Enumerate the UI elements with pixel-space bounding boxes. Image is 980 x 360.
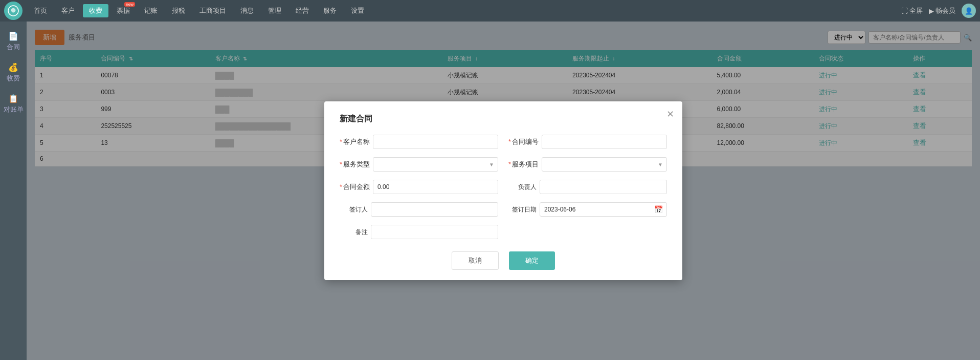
nav-accounting[interactable]: 记账 [138,4,164,17]
signer-input[interactable] [371,202,498,217]
service-item-select-wrapper: ▼ [542,157,667,172]
nav-service[interactable]: 服务 [317,4,343,17]
nav-customer[interactable]: 客户 [55,4,81,17]
form-row-2: *服务类型 ▼ *服务项目 ▼ [340,157,667,172]
nav-right-actions: ⛶ 全屏 ▶ 畅会员 👤 [901,4,976,18]
form-row-5: 备注 [340,225,667,239]
nav-billing[interactable]: 收费 [83,4,108,17]
content-area: 新增 服务项目 进行中 已结束 全部 🔍 序号 合同编号 ⇅ 客户名称 ⇅ 服务… [27,22,980,360]
fullscreen-button[interactable]: ⛶ 全屏 [901,6,923,15]
new-badge: new [124,2,135,7]
contract-icon: 📄 [8,31,18,41]
nav-invoice[interactable]: 票据 new [110,4,136,17]
form-group-service-type: *服务类型 ▼ [340,157,498,172]
sidebar: 📄 合同 💰 收费 📋 对账单 [0,22,27,360]
sidebar-item-reconciliation[interactable]: 📋 对账单 [1,89,26,118]
form-group-responsible: 负责人 [508,180,667,194]
service-type-select-wrapper: ▼ [373,157,498,172]
sidebar-item-contract[interactable]: 📄 合同 [1,27,26,56]
sign-date-input[interactable] [540,202,667,217]
main-layout: 📄 合同 💰 收费 📋 对账单 新增 服务项目 进行中 已结束 全部 🔍 [0,22,980,360]
nav-tax[interactable]: 报税 [166,4,191,17]
service-type-select[interactable] [373,157,498,172]
contract-no-label: *合同编号 [508,137,539,146]
reconciliation-icon: 📋 [8,93,18,103]
form-group-service-item: *服务项目 ▼ [508,157,667,172]
form-group-remark: 备注 [340,225,498,239]
sign-date-wrapper: 📅 [540,202,667,217]
form-row-3: *合同金额 负责人 [340,180,667,194]
customer-name-label: *客户名称 [340,137,370,146]
form-group-signer: 签订人 [340,202,498,217]
modal-title: 新建合同 [340,114,667,124]
signer-label: 签订人 [340,205,368,214]
top-navigation: 首页 客户 收费 票据 new 记账 报税 工商项目 消息 管理 经营 服务 设… [0,0,980,22]
modal-close-button[interactable]: ✕ [666,109,674,120]
amount-label: *合同金额 [340,182,370,192]
nav-message[interactable]: 消息 [234,4,260,17]
avatar[interactable]: 👤 [962,4,976,18]
remark-label: 备注 [340,228,368,237]
nav-home[interactable]: 首页 [28,4,53,17]
form-row-1: *客户名称 *合同编号 [340,135,667,149]
nav-business[interactable]: 工商项目 [193,4,232,17]
responsible-input[interactable] [540,180,667,194]
form-group-amount: *合同金额 [340,180,498,194]
service-item-label: *服务项目 [508,160,539,169]
service-type-label: *服务类型 [340,160,370,169]
nav-menu: 首页 客户 收费 票据 new 记账 报税 工商项目 消息 管理 经营 服务 设… [28,4,901,17]
sign-date-label: 签订日期 [508,205,537,214]
form-group-sign-date: 签订日期 📅 [508,202,667,217]
nav-manage[interactable]: 管理 [262,4,287,17]
sidebar-item-billing[interactable]: 💰 收费 [1,58,26,87]
play-icon: ▶ [929,7,934,15]
responsible-label: 负责人 [508,183,537,192]
form-row-4: 签订人 签订日期 📅 [340,202,667,217]
billing-icon: 💰 [8,62,18,72]
confirm-button[interactable]: 确定 [509,251,555,270]
new-contract-modal: ✕ 新建合同 *客户名称 *合同编号 [324,101,682,280]
nav-settings[interactable]: 设置 [345,4,370,17]
amount-input[interactable] [373,180,498,194]
form-group-contract-no: *合同编号 [508,135,667,149]
fullscreen-icon: ⛶ [901,7,908,15]
modal-footer: 取消 确定 [340,251,667,270]
nav-operation[interactable]: 经营 [289,4,315,17]
modal-overlay: ✕ 新建合同 *客户名称 *合同编号 [27,22,980,360]
remark-input[interactable] [371,225,498,239]
customer-name-input[interactable] [373,135,498,149]
service-item-select[interactable] [542,157,667,172]
form-group-customer-name: *客户名称 [340,135,498,149]
app-logo [4,2,23,20]
contract-no-input[interactable] [542,135,667,149]
member-button[interactable]: ▶ 畅会员 [929,6,955,15]
cancel-button[interactable]: 取消 [452,251,499,270]
